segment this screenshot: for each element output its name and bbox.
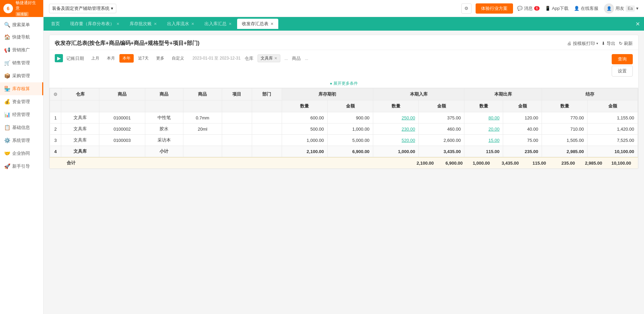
sidebar-corp-label: 企业协同 (12, 150, 30, 156)
table-sub-header-row: 数量 金额 数量 金额 数量 金额 数量 金额 (50, 100, 638, 112)
th-out-group: 本期出库 (464, 88, 542, 100)
tab-inout-flow[interactable]: 出入库流水 ✕ (162, 19, 199, 29)
sidebar-item-purchase[interactable]: 📦 采购管理 (0, 69, 43, 82)
user-menu[interactable]: 👤 用友 Ea ▾ (604, 3, 639, 14)
sidebar-item-sales[interactable]: 🛒 销售管理 (0, 56, 43, 69)
sidebar-item-operations[interactable]: 📊 经营管理 (0, 108, 43, 121)
warehouse-tag-text: 文具库 (261, 55, 273, 61)
messages-button[interactable]: 💬 消息 6 (517, 5, 540, 12)
tab-home-label: 首页 (51, 21, 60, 27)
sidebar-item-corp[interactable]: 🤝 企业协同 (0, 147, 43, 160)
sidebar-item-search[interactable]: 🔍 搜索菜单 (0, 19, 43, 31)
sidebar-item-finance[interactable]: 💰 资金管理 (0, 95, 43, 108)
messages-label: 消息 (524, 5, 533, 12)
footer-opening-qty: 2,100.00 (410, 161, 437, 166)
export-button[interactable]: ⬇ 导出 (601, 40, 615, 47)
th-out-qty: 数量 (464, 100, 503, 112)
topbar-system: 装备及固定资产辅助管理系统 ▾ (49, 4, 457, 13)
th-opening-amt: 金额 (327, 100, 373, 112)
warehouse-tag-close-icon[interactable]: ✕ (274, 56, 277, 61)
sidebar-inventory-label: 库存核算 (12, 86, 30, 92)
sidebar-item-basic[interactable]: 📋 基础信息 (0, 121, 43, 134)
tab-recv-send[interactable]: 收发存汇总表 ✕ (237, 19, 278, 29)
th-in-amt: 金额 (419, 100, 464, 112)
tabbar: 首页 现存量（库存分布表） ✕ 库存批次账 ✕ 出入库流水 ✕ 出入库汇总 ✕ … (44, 17, 644, 31)
th-no (50, 100, 61, 112)
warehouse-tag[interactable]: 文具库 ✕ (258, 54, 280, 62)
expand-more-button[interactable]: ▾ 展开更多条件 (55, 79, 633, 88)
th-dept-sub (252, 100, 282, 112)
logo-text: 畅捷通好生意 (16, 0, 40, 11)
purchase-icon: 📦 (4, 73, 10, 79)
topbar-right: 💬 消息 6 📱 App下载 👤 在线客服 👤 用友 Ea ▾ (517, 3, 639, 14)
date-this-year-button[interactable]: 本年 (119, 54, 134, 63)
th-spec: 商品 (183, 88, 222, 100)
date-range-display: 2023-01-01 至 2023-12-31 (193, 55, 241, 61)
tab-recv-send-label: 收发存汇总表 (242, 21, 268, 27)
date-more-button[interactable]: 更多 (153, 54, 167, 63)
footer-out-qty: 115.00 (522, 161, 549, 166)
date-filter-group: 上月 本月 本年 近7天 更多 自定义 (88, 54, 187, 63)
th-opening-group: 库存期初 (282, 88, 373, 100)
table-row: 4文具库小计2,100.006,900.001,000.003,435.0011… (50, 146, 638, 157)
sidebar-item-guide[interactable]: 🚀 新手引导 (0, 160, 43, 173)
warehouse-more-button[interactable]: ... (284, 56, 288, 61)
sidebar-marketing-label: 营销推广 (12, 47, 30, 53)
system-name: 装备及固定资产辅助管理系统 (52, 5, 110, 12)
date-7days-button[interactable]: 近7天 (135, 54, 152, 63)
table-body: 1文具库0100001中性笔0.7mm600.00900.00250.00375… (50, 112, 638, 157)
main-panel: 收发存汇总表(按仓库+商品编码+商品+规格型号+项目+部门) 🖨 按模板打印 ▾… (49, 35, 639, 169)
tab-inventory-dist[interactable]: 现存量（库存分布表） ✕ (65, 19, 124, 29)
online-support-button[interactable]: 👤 在线客服 (574, 5, 598, 12)
refresh-button[interactable]: ↻ 刷新 (619, 40, 633, 47)
home-icon: 🏠 (4, 34, 10, 40)
close-all-tabs-button[interactable]: ✕ (634, 19, 641, 29)
tab-home[interactable]: 首页 (46, 19, 65, 29)
goods-more-button[interactable]: ... (305, 56, 308, 61)
th-code: 商品 (99, 88, 145, 100)
refresh-icon: ↻ (619, 41, 623, 46)
online-support-label: 在线客服 (581, 5, 598, 12)
print-button[interactable]: 🖨 按模板打印 ▾ (567, 40, 598, 47)
date-last-month-button[interactable]: 上月 (88, 54, 102, 63)
sidebar-item-system[interactable]: ⚙️ 系统管理 (0, 134, 43, 147)
date-this-month-button[interactable]: 本月 (104, 54, 118, 63)
sidebar-item-inventory[interactable]: 🏪 库存核算 (0, 82, 43, 95)
expand-icon: ▾ (330, 81, 332, 86)
app-download-label: App下载 (552, 5, 568, 12)
trial-button[interactable]: 体验行业方案 (476, 3, 513, 14)
th-balance-group: 结存 (542, 88, 638, 100)
sidebar-item-marketing[interactable]: 📢 营销推广 (0, 44, 43, 56)
th-opening-qty: 数量 (282, 100, 327, 112)
th-warehouse-sub (61, 100, 99, 112)
column-settings-icon[interactable]: ⚙ (53, 92, 57, 97)
date-filter-label: 记账日期 (66, 55, 84, 62)
system-select[interactable]: 装备及固定资产辅助管理系统 ▾ (49, 4, 116, 13)
sidebar-item-quick-nav[interactable]: 🏠 快捷导航 (0, 31, 43, 44)
settings-button[interactable]: 设置 (612, 66, 633, 77)
filter-toggle-button[interactable]: ▶ (55, 54, 63, 62)
support-icon: 👤 (574, 6, 579, 11)
tab-batch-voucher[interactable]: 库存批次账 ✕ (125, 19, 162, 29)
th-in-qty: 数量 (373, 100, 419, 112)
finance-icon: 💰 (4, 99, 10, 105)
tab-inout-flow-close[interactable]: ✕ (191, 22, 194, 26)
date-custom-button[interactable]: 自定义 (169, 54, 187, 63)
tab-recv-send-close[interactable]: ✕ (270, 22, 274, 26)
app-download-button[interactable]: 📱 App下载 (545, 5, 568, 12)
marketing-icon: 📢 (4, 47, 10, 53)
footer-in-qty: 1,000.00 (466, 161, 493, 166)
settings-gear-button[interactable]: ⚙ (461, 3, 472, 14)
query-button[interactable]: 查询 (612, 54, 633, 64)
footer-balance-qty: 2,985.00 (578, 161, 606, 166)
sales-icon: 🛒 (4, 60, 10, 66)
app-icon: 📱 (545, 6, 550, 11)
tab-inout-summary-close[interactable]: ✕ (229, 22, 232, 26)
th-goods-sub (145, 100, 183, 112)
page-title: 收发存汇总表(按仓库+商品编码+商品+规格型号+项目+部门) (55, 40, 199, 47)
avatar: 👤 (604, 3, 614, 14)
tab-inout-summary[interactable]: 出入库汇总 ✕ (200, 19, 236, 29)
refresh-label: 刷新 (624, 40, 633, 47)
tab-batch-voucher-close[interactable]: ✕ (154, 22, 157, 26)
tab-inventory-dist-close[interactable]: ✕ (116, 22, 119, 26)
